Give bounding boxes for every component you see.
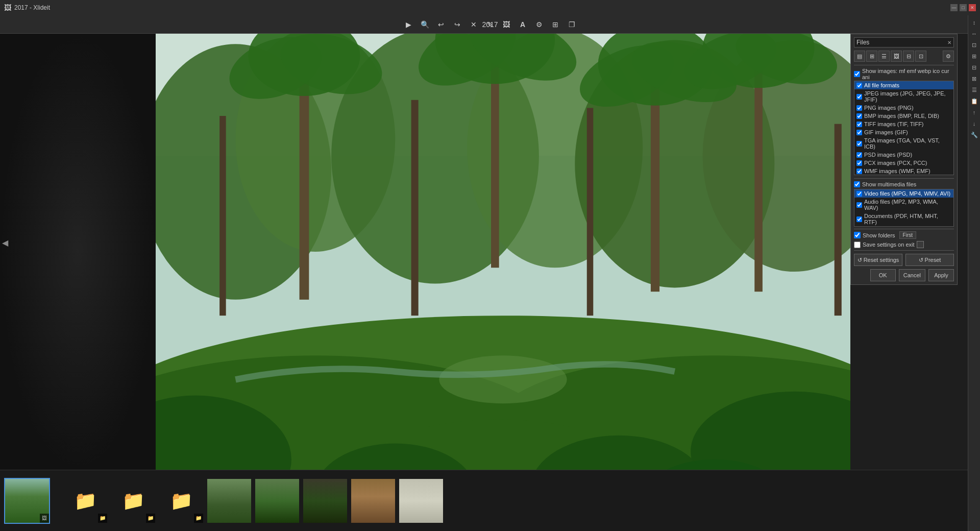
filmstrip-item-0[interactable]: 🖼 [4,478,50,524]
filmstrip-item-7[interactable] [350,478,396,524]
toolbar-title: 2017 [482,20,498,29]
show-folders-checkbox[interactable] [854,232,861,238]
toolbar-btn-fullscreen[interactable]: ❐ [565,17,579,32]
format-label-7: PSD images (PSD) [864,152,912,158]
thumbnail-photo-forest1 [207,479,251,523]
search-clear-button[interactable]: ✕ [947,40,951,45]
toolbar-btn-image[interactable]: 🖼 [499,17,513,32]
filmstrip-item-4[interactable] [206,478,252,524]
app-icon: 🖼 [4,4,11,12]
icon-btn-list[interactable]: ▤ [854,51,865,62]
format-item-4[interactable]: TIFF images (TIF, TIFF) [854,120,953,128]
thumbnail-photo-light [399,479,443,523]
format-item-7[interactable]: PSD images (PSD) [854,151,953,159]
format-checkbox-1[interactable] [856,94,862,100]
filmstrip-item-6[interactable] [302,478,348,524]
sidebar-btn-5[interactable]: ⊟ [969,62,979,73]
format-checkbox-8[interactable] [856,160,862,166]
left-nav-button[interactable]: ◀ [0,15,10,470]
sidebar-btn-1[interactable]: ↕ [969,17,979,28]
main-area: ✕ ▤ ⊞ ☰ 🖼 ⊟ ⊡ ⚙ Show images: mf emf webp… [0,34,968,470]
show-images-row: Show images: mf emf webp ico cur ani [854,67,954,81]
sidebar-btn-9[interactable]: ↑ [969,107,979,117]
ok-button[interactable]: OK [870,269,896,281]
icon-btn-expand[interactable]: ⊡ [915,51,926,62]
folders-position-button[interactable]: First [899,231,916,239]
format-checkbox-2[interactable] [856,105,862,111]
icon-btn-thumbs[interactable]: ⊟ [903,51,914,62]
show-multimedia-checkbox[interactable] [854,181,860,187]
sidebar-btn-7[interactable]: ☰ [969,85,979,95]
sidebar-btn-11[interactable]: 🔧 [969,130,979,140]
filmstrip[interactable]: 🖼 📁 📁 📁 📁 📁 📁 [0,470,968,531]
toolbar-btn-play[interactable]: ▶ [401,17,415,32]
close-button[interactable]: ✕ [969,4,976,11]
cancel-button[interactable]: Cancel [899,269,925,281]
toolbar-btn-close[interactable]: ✕ [467,17,481,32]
sidebar-btn-10[interactable]: ↓ [969,118,979,129]
icon-btn-gear[interactable]: ⚙ [943,51,954,62]
multimedia-list[interactable]: Video files (MPG, MP4, WMV, AVI)Audio fi… [854,189,954,227]
toolbar-btn-redo[interactable]: ↪ [450,17,464,32]
save-settings-label[interactable]: Save settings on exit [863,242,915,248]
toolbar-btn-undo[interactable]: ↩ [434,17,448,32]
format-item-9[interactable]: WMF images (WMF, EMF) [854,167,953,175]
filmstrip-item-3[interactable]: 📁 📁 [158,478,204,524]
sidebar-btn-4[interactable]: ⊞ [969,51,979,61]
filmstrip-item-5[interactable] [254,478,300,524]
format-checkbox-0[interactable] [856,83,862,88]
format-checkbox-3[interactable] [856,113,862,119]
reset-settings-button[interactable]: ↺ Reset settings [854,254,902,266]
format-item-6[interactable]: TGA images (TGA, VDA, VST, ICB) [854,136,953,151]
format-item-5[interactable]: GIF images (GIF) [854,128,953,136]
toolbar-btn-settings[interactable]: ⚙ [532,17,546,32]
divider-1 [854,65,954,65]
filmstrip-item-8[interactable] [398,478,444,524]
sidebar-btn-3[interactable]: ⊡ [969,40,979,50]
sidebar-btn-6[interactable]: ⊠ [969,74,979,84]
format-label-5: GIF images (GIF) [864,129,908,135]
save-custom-checkbox[interactable] [917,241,924,248]
format-list[interactable]: All file formatsJPEG images (JPG, JPEG, … [854,81,954,175]
format-item-0[interactable]: All file formats [854,81,953,89]
left-panel-background [0,34,156,470]
show-images-label[interactable]: Show images: mf emf webp ico cur ani [862,68,954,80]
photo-display-area[interactable] [156,34,850,470]
format-label-3: BMP images (BMP, RLE, DIB) [864,113,939,119]
multimedia-item-0[interactable]: Video files (MPG, MP4, WMV, AVI) [854,189,953,198]
multimedia-checkbox-0[interactable] [856,191,862,197]
multimedia-checkbox-2[interactable] [856,216,862,222]
toolbar-btn-grid[interactable]: ⊞ [548,17,562,32]
icon-btn-photo[interactable]: 🖼 [891,51,902,62]
sidebar-btn-8[interactable]: 📋 [969,96,979,106]
format-checkbox-7[interactable] [856,152,862,158]
show-images-checkbox[interactable] [854,71,860,77]
format-item-1[interactable]: JPEG images (JPG, JPEG, JPE, JFIF) [854,89,953,104]
show-folders-label[interactable]: Show folders [863,232,895,238]
apply-button[interactable]: Apply [928,269,954,281]
icon-btn-details[interactable]: ☰ [878,51,890,62]
maximize-button[interactable]: □ [960,4,967,11]
filmstrip-item-1[interactable]: 📁 📁 [62,478,108,524]
sidebar-btn-2[interactable]: ↔ [969,29,979,39]
minimize-button[interactable]: — [950,4,958,11]
format-checkbox-6[interactable] [856,141,862,147]
format-item-8[interactable]: PCX images (PCX, PCC) [854,159,953,167]
toolbar-btn-search[interactable]: 🔍 [418,17,432,32]
format-item-3[interactable]: BMP images (BMP, RLE, DIB) [854,112,953,120]
format-checkbox-5[interactable] [856,130,862,135]
format-item-2[interactable]: PNG images (PNG) [854,104,953,112]
save-settings-checkbox[interactable] [854,242,861,248]
preset-button[interactable]: ↺ Preset [905,254,954,266]
icon-btn-tiles[interactable]: ⊞ [866,51,877,62]
show-multimedia-label[interactable]: Show multimedia files [862,181,916,187]
search-input[interactable] [856,39,947,46]
multimedia-checkbox-1[interactable] [856,202,862,208]
filmstrip-item-2[interactable]: 📁 📁 [110,478,156,524]
divider-2 [854,178,954,179]
multimedia-item-2[interactable]: Documents (PDF, HTM, MHT, RTF) [854,212,953,226]
format-checkbox-4[interactable] [856,122,862,127]
multimedia-item-1[interactable]: Audio files (MP2, MP3, WMA, WAV) [854,198,953,212]
format-checkbox-9[interactable] [856,168,862,174]
toolbar-btn-text[interactable]: A [516,17,530,32]
